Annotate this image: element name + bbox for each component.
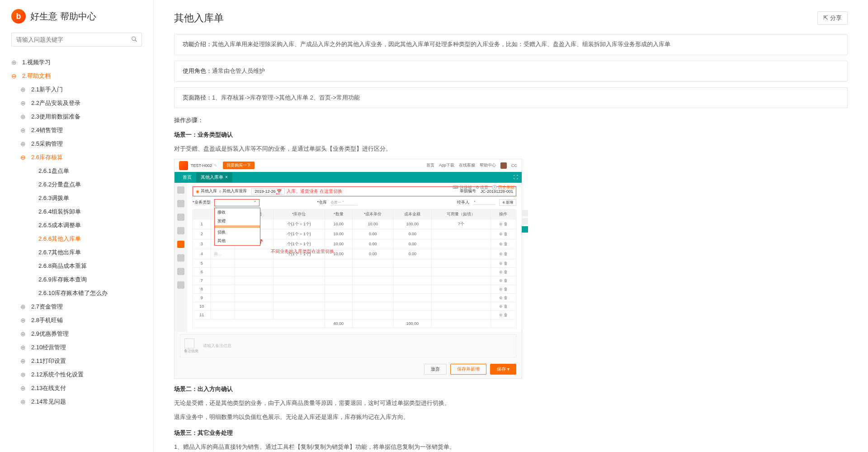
minus-icon [20,154,28,161]
share-icon: ⇱ [823,14,828,21]
quick-link: ⌨ 快捷键 [453,185,472,190]
info-intro: 功能介绍：其他入库单用来处理除采购入库、产成品入库之外的其他入库业务，因此其他入… [174,34,848,55]
expand-icon: ⛶ [514,175,518,180]
ss-body: ◉ 其他入库 ○ 其他入库退库 2019-12-26 📅 ← 单据编号 JC-2… [175,183,522,332]
nav-item-211[interactable]: 2.11打印设置 [20,354,142,368]
nav-item-25[interactable]: 2.5采购管理 [20,137,142,151]
nav-item-video[interactable]: 1.视频学习 [11,56,142,69]
table-header [193,209,211,219]
rightbar-icon-active [522,226,528,233]
btn-save: 保存 ▾ [490,364,516,375]
quick-link: 🕓 历史单据 [492,185,514,190]
close-icon: × [225,175,228,180]
table-row: 6⊕ 🗑 [193,267,516,276]
rightbar-icon [522,210,528,216]
leftbar-icon [177,254,184,262]
nav-item-214[interactable]: 2.14常见问题 [20,395,142,409]
nav-item-269[interactable]: 2.6.9库存账本查询 [38,273,142,286]
annotation-2: 不同业务的入库类型在这里切换 [271,248,334,255]
btn-discard: 放弃 [424,364,447,375]
search-box [11,33,142,47]
path-text: 1、库存核算->库存管理->其他入库单 2、首页->常用功能 [212,94,360,101]
ss-biztype-dropdown: ˅ 接收 发赠 切换 其他 [214,199,259,206]
plus-icon [20,113,28,120]
info-path: 页面路径：1、库存核算->库存管理->其他入库单 2、首页->常用功能 [174,87,848,109]
ss-top-item: 首页 [426,162,434,168]
main-content: 其他入库单 ⇱ 分享 功能介绍：其他入库单用来处理除采购入库、产成品入库之外的其… [154,0,868,452]
nav-item-21[interactable]: 2.1新手入门 [20,83,142,96]
nav-item-28[interactable]: 2.8手机旺铺 [20,314,142,327]
chevron-down-icon: ˅ [254,200,256,205]
radio-icon: ○ [219,189,222,194]
dd-item: 接收 [215,208,260,217]
nav-item-2610[interactable]: 2.6.10库存账本错了怎么办 [38,286,142,300]
nav-item-264[interactable]: 2.6.4组装拆卸单 [38,205,142,219]
scene2-title: 场景二：出入方向确认 [174,385,848,393]
table-header: 可用量（如填） [431,209,491,219]
nav-item-268[interactable]: 2.6.8商品成本重算 [38,259,142,273]
nav-tree: 1.视频学习 2.帮助文档 2.1新手入门 2.2产品安装及登录 2.3使用前数… [11,56,142,409]
ss-content: ◉ 其他入库 ○ 其他入库退库 2019-12-26 📅 ← 单据编号 JC-2… [187,183,522,332]
plus-icon [11,59,19,66]
radio-icon: ◉ [196,189,199,194]
role-text: 通常由仓管人员维护 [212,67,265,74]
nav-item-212[interactable]: 2.12系统个性化设置 [20,368,142,381]
annotation-1: 入库、退货业务 在这里切换 [287,188,342,195]
svg-line-1 [135,40,137,42]
nav-item-29[interactable]: 2.9优惠券管理 [20,327,142,341]
table-row: 9⊕ 🗑 [193,293,516,302]
search-icon[interactable] [131,36,137,43]
intro-text: 其他入库单用来处理除采购入库、产成品入库之外的其他入库业务，因此其他入库单可处理… [212,41,670,48]
table-row: 4商…个(1个 = 1个)10.000.000.00⊕ 🗑 [193,249,516,259]
nav-item-22[interactable]: 2.2产品安装及登录 [20,96,142,110]
nav-item-266[interactable]: 2.6.6其他入库单 [38,232,142,246]
leftbar-icon [177,227,184,234]
nav-item-261[interactable]: 2.6.1盘点单 [38,164,142,178]
nav-item-262[interactable]: 2.6.2分量盘点单 [38,178,142,191]
ss-user: CC [511,163,517,168]
share-button[interactable]: ⇱ 分享 [817,11,848,25]
table-header: 成本金额 [393,209,431,219]
plus-icon [20,303,28,310]
nav-item-docs[interactable]: 2.帮助文档 [11,69,142,83]
table-row: 7⊕ 🗑 [193,276,516,285]
nav-item-27[interactable]: 2.7资金管理 [20,300,142,314]
quick-link: ⚙ 设置 [476,185,489,190]
operator-label: 经手人 [457,200,469,205]
nav-item-24[interactable]: 2.4销售管理 [20,124,142,137]
warehouse-label: *仓库 [317,200,327,205]
plus-icon [20,398,28,405]
logo-icon: b [11,9,26,24]
leftbar-icon [177,214,184,221]
search-input[interactable] [11,33,142,47]
avatar-icon [500,162,507,169]
scene3-title: 场景三：其它业务处理 [174,429,848,437]
path-label: 页面路径： [183,94,212,101]
page-title: 其他入库单 [174,11,224,25]
nav-item-26[interactable]: 2.6库存核算 [20,151,142,164]
biz-label: *业务类型 [193,200,211,205]
nav-item-265[interactable]: 2.6.5成本调整单 [38,219,142,232]
nav-item-23[interactable]: 2.3使用前数据准备 [20,110,142,124]
logo-area: b 好生意 帮助中心 [11,9,142,24]
minus-icon [11,72,19,80]
leftbar-icon [177,186,184,194]
ss-topbar: TEST-H002 ✎ 我要购买一下 首页 App下载 在线客服 帮助中心 CC [175,159,522,172]
scene2-text1: 无论是受赠，还是其他类型的业务，由于入库商品质量等原因，需要退回，这时可通过单据… [174,398,848,408]
ss-top-item: 帮助中心 [480,162,496,168]
nav-item-210[interactable]: 2.10经营管理 [20,341,142,354]
dd-item: 发赠 [215,217,260,225]
plus-icon [20,86,28,93]
page-header: 其他入库单 ⇱ 分享 [174,11,848,25]
table-row: 8⊕ 🗑 [193,285,516,293]
nav-item-267[interactable]: 2.6.7其他出库单 [38,246,142,259]
scene1-text: 对于受赠、盘盈或是拆装入库等不同的业务，是通过单据头【业务类型】进行区分。 [174,143,848,154]
table-header: 操作 [491,209,516,219]
rightbar-icon [522,218,528,224]
table-row: 11⊕ 🗑 [193,310,516,319]
plus-icon [20,330,28,338]
leftbar-icon-active [177,241,184,248]
nav-item-263[interactable]: 2.6.3调拨单 [38,191,142,205]
edit-icon: ✎ [214,163,217,168]
nav-item-213[interactable]: 2.13在线支付 [20,381,142,395]
